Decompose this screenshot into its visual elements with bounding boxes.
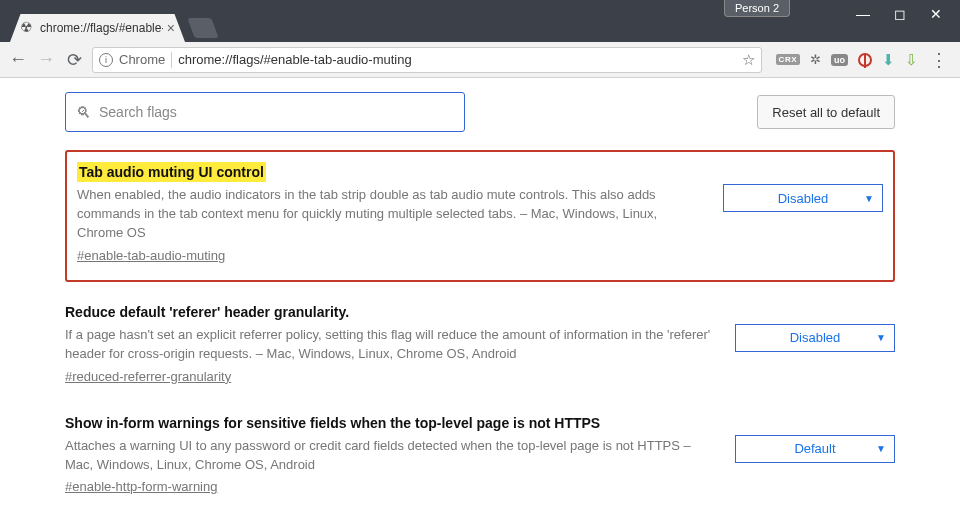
radiation-icon xyxy=(20,21,34,35)
close-tab-icon[interactable]: × xyxy=(167,20,175,36)
site-info-icon[interactable]: i xyxy=(99,53,113,67)
search-placeholder: Search flags xyxy=(99,104,177,120)
highlighted-flag-box: Tab audio muting UI control When enabled… xyxy=(65,150,895,282)
browser-menu-button[interactable]: ⋮ xyxy=(926,49,952,71)
crx-extension-icon[interactable]: CRX xyxy=(776,54,800,65)
flag-body: Show in-form warnings for sensitive fiel… xyxy=(65,413,715,498)
flag-title: Reduce default 'referer' header granular… xyxy=(65,302,349,322)
flag-description: Attaches a warning UI to any password or… xyxy=(65,437,715,475)
minimize-button[interactable]: — xyxy=(856,6,870,22)
maximize-button[interactable]: ◻ xyxy=(894,6,906,22)
flag-description: When enabled, the audio indicators in th… xyxy=(77,186,703,243)
omnibox-separator xyxy=(171,52,172,68)
close-window-button[interactable]: ✕ xyxy=(930,6,942,22)
flag-body: Reduce default 'referer' header granular… xyxy=(65,302,715,387)
reload-button[interactable]: ⟳ xyxy=(64,50,84,70)
flag-description: If a page hasn't set an explicit referre… xyxy=(65,326,715,364)
new-tab-button[interactable] xyxy=(187,18,218,38)
browser-tab[interactable]: chrome://flags/#enable-t × xyxy=(10,14,185,42)
reset-all-button[interactable]: Reset all to default xyxy=(757,95,895,129)
flag-dropdown[interactable]: Default ▼ xyxy=(735,435,895,463)
flag-dropdown[interactable]: Disabled ▼ xyxy=(723,184,883,212)
search-icon: 🔍︎ xyxy=(76,104,91,121)
address-bar[interactable]: i Chrome chrome://flags/#enable-tab-audi… xyxy=(92,47,762,73)
flag-title: Show in-form warnings for sensitive fiel… xyxy=(65,413,600,433)
back-button[interactable]: ← xyxy=(8,50,28,70)
forward-button[interactable]: → xyxy=(36,50,56,70)
tab-strip: chrome://flags/#enable-t × xyxy=(0,8,960,42)
flag-title: Tab audio muting UI control xyxy=(77,162,266,182)
flag-dropdown-value: Disabled xyxy=(724,191,882,206)
browser-toolbar: ← → ⟳ i Chrome chrome://flags/#enable-ta… xyxy=(0,42,960,78)
extension-icons: CRX ✲ uo ⬇ ⇩ xyxy=(776,51,918,69)
flag-entry: Reduce default 'referer' header granular… xyxy=(65,290,895,401)
flag-anchor-link[interactable]: #enable-tab-audio-muting xyxy=(77,247,225,266)
chevron-down-icon: ▼ xyxy=(864,193,874,204)
flag-dropdown-value: Disabled xyxy=(736,330,894,345)
power-extension-icon[interactable] xyxy=(858,53,872,67)
window-controls: — ◻ ✕ xyxy=(838,0,960,28)
url-scheme-label: Chrome xyxy=(119,52,165,67)
bookmark-star-icon[interactable]: ☆ xyxy=(742,51,755,69)
chevron-down-icon: ▼ xyxy=(876,443,886,454)
flag-body: Tab audio muting UI control When enabled… xyxy=(77,162,703,266)
chevron-down-icon: ▼ xyxy=(876,332,886,343)
tab-title: chrome://flags/#enable-t xyxy=(40,21,163,35)
page-viewport[interactable]: 🔍︎ Search flags Reset all to default Tab… xyxy=(0,78,960,508)
flag-anchor-link[interactable]: #reduced-referrer-granularity xyxy=(65,368,231,387)
flag-dropdown-value: Default xyxy=(736,441,894,456)
profile-badge[interactable]: Person 2 xyxy=(724,0,790,17)
top-row: 🔍︎ Search flags Reset all to default xyxy=(65,92,895,132)
search-flags-input[interactable]: 🔍︎ Search flags xyxy=(65,92,465,132)
flag-anchor-link[interactable]: #enable-http-form-warning xyxy=(65,478,217,497)
flag-dropdown[interactable]: Disabled ▼ xyxy=(735,324,895,352)
download-teal-icon[interactable]: ⬇ xyxy=(882,51,895,69)
flags-content: 🔍︎ Search flags Reset all to default Tab… xyxy=(65,78,895,508)
ublock-extension-icon[interactable]: uo xyxy=(831,54,848,66)
flag-entry: Tab audio muting UI control When enabled… xyxy=(77,158,883,270)
fan-extension-icon[interactable]: ✲ xyxy=(810,52,821,67)
flag-entry: Show in-form warnings for sensitive fiel… xyxy=(65,401,895,509)
download-green-icon[interactable]: ⇩ xyxy=(905,51,918,69)
url-text: chrome://flags/#enable-tab-audio-muting xyxy=(178,52,741,67)
titlebar xyxy=(0,0,960,8)
